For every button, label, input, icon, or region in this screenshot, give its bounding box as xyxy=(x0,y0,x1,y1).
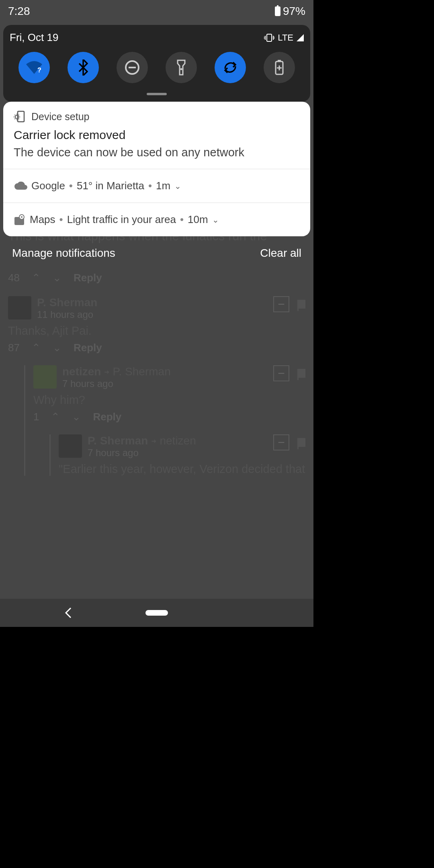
battery-percent: 97% xyxy=(283,5,305,18)
network-label: LTE xyxy=(278,33,293,43)
svg-rect-10 xyxy=(278,60,281,61)
autorotate-icon xyxy=(222,59,239,76)
vote-count: 48 xyxy=(8,272,20,284)
comment-time: 7 hours ago xyxy=(88,447,268,459)
reply-link: Reply xyxy=(74,272,102,284)
separator: • xyxy=(180,213,184,226)
svg-point-8 xyxy=(180,68,182,70)
battery-icon xyxy=(275,6,280,16)
avatar xyxy=(8,296,31,319)
home-pill[interactable] xyxy=(145,610,168,616)
qs-status-icons: LTE xyxy=(264,33,304,43)
avatar xyxy=(33,365,57,389)
qs-expand-handle[interactable] xyxy=(147,93,167,95)
notification-maps[interactable]: Maps • Light traffic in your area • 10m … xyxy=(3,203,310,236)
signal-icon xyxy=(297,34,304,41)
reply-link: Reply xyxy=(74,342,102,354)
notification-list: Device setup Carrier lock removed The de… xyxy=(3,102,310,236)
comment-author: netizen xyxy=(62,365,101,378)
chevron-down-icon[interactable]: ⌄ xyxy=(212,215,219,225)
navigation-bar xyxy=(0,599,313,627)
flag-icon xyxy=(297,300,305,309)
notif-app-name: Google xyxy=(31,180,65,192)
comment-author: P. Sherman xyxy=(37,296,268,309)
notif-summary: 51° in Marietta xyxy=(77,180,144,192)
cloud-icon xyxy=(14,182,27,190)
wifi-icon: ? xyxy=(25,60,43,75)
separator: • xyxy=(148,180,152,192)
reply-to: P. Sherman xyxy=(113,365,170,378)
upvote-icon: ⌃ xyxy=(32,272,41,284)
avatar xyxy=(59,434,82,458)
flag-icon xyxy=(297,369,305,378)
wifi-tile[interactable]: ? xyxy=(18,52,50,83)
comment-body: Why him? xyxy=(33,393,305,407)
notif-app-name: Device setup xyxy=(31,111,90,123)
notif-time: 1m xyxy=(156,180,170,192)
notification-device-setup[interactable]: Device setup Carrier lock removed The de… xyxy=(3,102,310,169)
dnd-tile[interactable] xyxy=(117,52,148,83)
downvote-icon: ⌄ xyxy=(72,411,81,423)
notif-title: Carrier lock removed xyxy=(3,126,310,144)
svg-rect-0 xyxy=(267,34,272,41)
dnd-icon xyxy=(124,59,140,76)
reply-arrow-icon: ➜ xyxy=(104,368,109,376)
reply-to: netizen xyxy=(160,434,196,447)
comment-time: 7 hours ago xyxy=(62,378,268,389)
clock: 7:28 xyxy=(8,5,30,18)
manage-notifications-button[interactable]: Manage notifications xyxy=(12,247,115,260)
quick-settings-panel[interactable]: Fri, Oct 19 LTE ? xyxy=(3,25,310,102)
battery-saver-icon xyxy=(274,60,284,75)
maps-icon xyxy=(14,214,26,226)
separator: • xyxy=(69,180,73,192)
qs-date[interactable]: Fri, Oct 19 xyxy=(10,31,58,44)
notif-body: The device can now be used on any networ… xyxy=(3,144,310,169)
bluetooth-tile[interactable] xyxy=(68,52,99,83)
flashlight-icon xyxy=(176,59,186,76)
reply-link: Reply xyxy=(93,411,121,423)
collapse-icon: − xyxy=(273,296,289,312)
clear-all-button[interactable]: Clear all xyxy=(260,247,301,260)
comment-time: 11 hours ago xyxy=(37,309,268,320)
notif-time: 10m xyxy=(188,213,208,226)
notification-footer: Manage notifications Clear all xyxy=(0,236,313,270)
upvote-icon: ⌃ xyxy=(32,342,41,354)
svg-point-17 xyxy=(21,216,23,218)
chevron-down-icon[interactable]: ⌄ xyxy=(174,181,181,191)
vote-count: 1 xyxy=(33,411,39,423)
svg-text:?: ? xyxy=(37,67,41,74)
gear-phone-icon xyxy=(14,111,26,123)
upvote-icon: ⌃ xyxy=(51,411,60,423)
status-bar: 7:28 97% xyxy=(0,0,313,23)
back-icon xyxy=(64,607,72,618)
comment-body: Thanks, Ajit Pai. xyxy=(8,324,305,338)
reply-arrow-icon: ➜ xyxy=(151,437,156,445)
bluetooth-icon xyxy=(78,59,88,76)
battery-saver-tile[interactable] xyxy=(264,52,295,83)
downvote-icon: ⌄ xyxy=(53,342,61,354)
collapse-icon: − xyxy=(273,365,289,381)
separator: • xyxy=(59,213,63,226)
bg-comment-actions: 48 ⌃ ⌄ Reply xyxy=(8,272,305,284)
autorotate-tile[interactable] xyxy=(215,52,246,83)
notif-app-name: Maps xyxy=(30,213,55,226)
flashlight-tile[interactable] xyxy=(166,52,197,83)
comment-body: "Earlier this year, however, Verizon dec… xyxy=(59,463,305,476)
vote-count: 87 xyxy=(8,342,20,354)
notification-weather[interactable]: Google • 51° in Marietta • 1m ⌄ xyxy=(3,169,310,203)
downvote-icon: ⌄ xyxy=(53,272,61,284)
collapse-icon: − xyxy=(273,434,289,450)
back-button[interactable] xyxy=(64,607,72,618)
vibrate-icon xyxy=(264,33,274,42)
flag-icon xyxy=(297,438,305,447)
comment-author: P. Sherman xyxy=(88,434,148,447)
notif-summary: Light traffic in your area xyxy=(67,213,176,226)
